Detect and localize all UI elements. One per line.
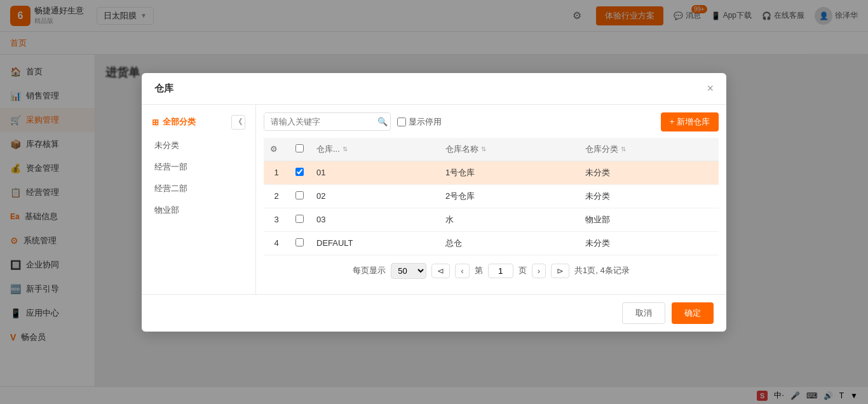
per-page-select[interactable]: 10 20 50 100 <box>391 263 426 279</box>
row-num: 3 <box>264 208 289 231</box>
search-icon[interactable]: 🔍 <box>372 117 391 126</box>
name-sort-icon: ⇅ <box>481 145 486 152</box>
table-panel: 🔍 显示停用 + 新增仓库 ⚙ <box>256 105 726 294</box>
category-panel: ⊞ 全部分类 《 未分类 经营一部 经营二部 物业部 <box>142 105 256 294</box>
page-unit: 页 <box>519 265 527 276</box>
grid-icon: ⊞ <box>152 118 159 127</box>
row-checkbox-cell <box>289 184 310 208</box>
all-categories-label: 全部分类 <box>163 116 196 128</box>
confirm-button[interactable]: 确定 <box>672 302 714 324</box>
modal-header: 仓库 × <box>142 73 726 105</box>
search-box: 🔍 <box>264 112 391 131</box>
row-name: 总仓 <box>439 231 579 255</box>
page-summary: 共1页, 4条记录 <box>574 265 630 276</box>
show-disabled-label: 显示停用 <box>409 116 442 128</box>
row-checkbox[interactable] <box>295 191 304 199</box>
warehouse-table: ⚙ 仓库... ⇅ <box>264 138 719 255</box>
pagination: 每页显示 10 20 50 100 ⊲ ‹ 第 页 › ⊳ 共1页, 4条记录 <box>264 255 719 286</box>
last-page-button[interactable]: ⊳ <box>551 264 569 278</box>
select-all-checkbox[interactable] <box>295 144 304 152</box>
modal-body: ⊞ 全部分类 《 未分类 经营一部 经营二部 物业部 <box>142 105 726 294</box>
table-col-category: 仓库分类 ⇅ <box>579 138 719 161</box>
row-code: 01 <box>310 161 439 184</box>
add-warehouse-button[interactable]: + 新增仓库 <box>661 112 719 131</box>
category-item-uncategorized[interactable]: 未分类 <box>142 135 255 156</box>
row-category: 未分类 <box>579 184 719 208</box>
row-checkbox-cell <box>289 231 310 255</box>
modal-title: 仓库 <box>154 83 173 95</box>
row-name: 1号仓库 <box>439 161 579 184</box>
row-checkbox[interactable] <box>295 215 304 223</box>
row-code: 03 <box>310 208 439 231</box>
row-checkbox-cell <box>289 161 310 184</box>
table-col-name: 仓库名称 ⇅ <box>439 138 579 161</box>
row-num: 2 <box>264 184 289 208</box>
row-checkbox[interactable] <box>295 168 304 176</box>
row-code: DEFAULT <box>310 231 439 255</box>
collapse-button[interactable]: 《 <box>231 115 245 130</box>
row-name: 水 <box>439 208 579 231</box>
table-col-code: 仓库... ⇅ <box>310 138 439 161</box>
row-category: 未分类 <box>579 231 719 255</box>
table-row[interactable]: 4 DEFAULT 总仓 未分类 <box>264 231 719 255</box>
table-col-gear: ⚙ <box>264 138 289 161</box>
modal-footer: 取消 确定 <box>142 294 726 332</box>
all-categories-header[interactable]: ⊞ 全部分类 《 <box>142 110 255 135</box>
table-row[interactable]: 1 01 1号仓库 未分类 <box>264 161 719 184</box>
category-item-dept1[interactable]: 经营一部 <box>142 156 255 178</box>
row-num: 4 <box>264 231 289 255</box>
warehouse-modal: 仓库 × ⊞ 全部分类 《 未分类 经营一部 经营二部 <box>142 73 726 332</box>
category-sort-icon: ⇅ <box>621 145 626 152</box>
modal-close-button[interactable]: × <box>707 82 714 95</box>
category-item-property[interactable]: 物业部 <box>142 199 255 221</box>
row-code: 02 <box>310 184 439 208</box>
next-page-button[interactable]: › <box>532 264 546 278</box>
show-disabled-toggle[interactable]: 显示停用 <box>397 116 442 128</box>
category-item-dept2[interactable]: 经营二部 <box>142 178 255 199</box>
row-checkbox[interactable] <box>295 238 304 246</box>
row-category: 物业部 <box>579 208 719 231</box>
cancel-button[interactable]: 取消 <box>622 302 665 324</box>
search-input[interactable] <box>264 113 372 130</box>
page-input[interactable] <box>488 264 513 278</box>
row-category: 未分类 <box>579 161 719 184</box>
table-row[interactable]: 3 03 水 物业部 <box>264 208 719 231</box>
per-page-label: 每页显示 <box>353 265 386 276</box>
row-name: 2号仓库 <box>439 184 579 208</box>
page-label: 第 <box>475 265 483 276</box>
show-disabled-checkbox[interactable] <box>397 118 406 126</box>
table-toolbar: 🔍 显示停用 + 新增仓库 <box>264 112 719 131</box>
prev-page-button[interactable]: ‹ <box>455 264 469 278</box>
table-col-check <box>289 138 310 161</box>
code-sort-icon: ⇅ <box>342 145 348 152</box>
table-header-row: ⚙ 仓库... ⇅ <box>264 138 719 161</box>
table-gear-icon: ⚙ <box>270 144 278 154</box>
row-checkbox-cell <box>289 208 310 231</box>
first-page-button[interactable]: ⊲ <box>431 264 450 278</box>
modal-overlay: 仓库 × ⊞ 全部分类 《 未分类 经营一部 经营二部 <box>0 0 868 404</box>
table-row[interactable]: 2 02 2号仓库 未分类 <box>264 184 719 208</box>
row-num: 1 <box>264 161 289 184</box>
